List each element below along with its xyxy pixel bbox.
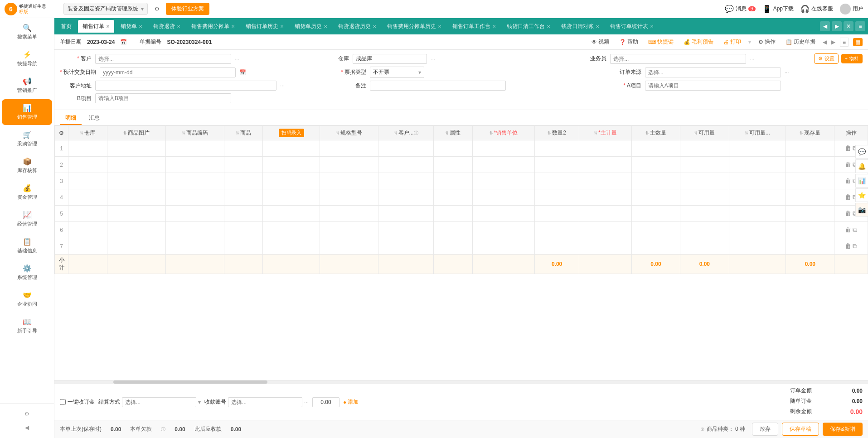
tab-prev-btn[interactable]: ◀ (820, 21, 830, 31)
copy-row-icon[interactable]: ⧉ (853, 242, 857, 250)
tab-close-all-btn[interactable]: ✕ (844, 21, 853, 31)
tab-menu-btn[interactable]: ≡ (855, 21, 865, 31)
right-panel-chat[interactable]: 💬 (855, 145, 868, 159)
b-project-input[interactable] (95, 93, 231, 103)
sidebar-item-4[interactable]: 🛒采购管理 (2, 126, 52, 152)
salesperson-more-btn[interactable]: ··· (750, 56, 754, 62)
sidebar-item-0[interactable]: 🔍搜索菜单 (2, 19, 52, 45)
save-draft-btn[interactable]: 保存草稿 (782, 423, 819, 436)
th-settings[interactable]: ⚙ (55, 126, 68, 140)
user-menu[interactable]: 用户 (840, 4, 863, 14)
delivery-label: 预计交货日期 (60, 68, 96, 76)
nav-next-btn[interactable]: ▶ (831, 39, 835, 45)
sidebar-item-5[interactable]: 📦库存核算 (2, 153, 52, 178)
sidebar-item-1[interactable]: ⚡快捷导航 (2, 46, 52, 72)
one-click-settle-checkbox[interactable] (60, 399, 66, 405)
history-doc-btn[interactable]: 📋 历史单据 (783, 37, 818, 47)
payment-dropdown-icon[interactable]: ▾ (198, 399, 201, 405)
industry-btn[interactable]: 体验行业方案 (166, 3, 209, 15)
sidebar-item-11[interactable]: 📖新手引导 (2, 313, 52, 339)
right-panel-chart[interactable]: 📊 (855, 174, 868, 188)
horizontal-scrollbar[interactable] (54, 380, 868, 384)
right-floating-panel: 💬 🔔 📊 ⭐ 📷 (855, 145, 868, 217)
account-more-btn[interactable]: ··· (304, 399, 309, 405)
settings-icon[interactable]: ⚙ (151, 4, 162, 14)
system-select[interactable]: 装备及固定资产辅助管理系统 ▾ (63, 3, 148, 15)
warehouse-input[interactable] (353, 54, 427, 64)
sidebar-collapse[interactable]: ◀ (0, 421, 54, 434)
right-panel-bell[interactable]: 🔔 (855, 159, 868, 173)
th-unit: ⇅*销售单位 (472, 126, 535, 140)
delete-row-icon[interactable]: 🗑 (845, 242, 851, 250)
sidebar-toggle[interactable]: ⚙ (0, 407, 54, 421)
list-view-btn[interactable]: ≡ (840, 38, 849, 47)
save-new-btn[interactable]: 保存&新增 (823, 423, 863, 436)
sidebar-item-7[interactable]: 📈经营管理 (2, 206, 52, 232)
print-btn[interactable]: 🖨 打印 (721, 37, 744, 47)
customer-more-btn[interactable]: ··· (235, 56, 239, 62)
profit-preview-btn[interactable]: 💰 毛利预告 (681, 37, 716, 47)
tab-item-6[interactable]: 销货单历史✕ (290, 20, 332, 33)
address-more-btn[interactable]: ··· (280, 82, 285, 89)
delete-row-icon[interactable]: 🗑 (845, 210, 851, 217)
order-source-input[interactable] (645, 67, 781, 77)
sidebar-item-2[interactable]: 📢营销推广 (2, 72, 52, 98)
right-panel-star[interactable]: ⭐ (855, 188, 868, 202)
tab-next-btn[interactable]: ▶ (832, 21, 842, 31)
invoice-select[interactable]: 不开票 ▾ (370, 67, 424, 78)
discard-btn[interactable]: 放弃 (752, 423, 778, 436)
operations-btn[interactable]: ⚙ 操作 (756, 37, 778, 47)
sidebar-item-9[interactable]: ⚙️系统管理 (2, 260, 52, 285)
tab-item-5[interactable]: 销售订单历史✕ (241, 20, 288, 33)
tab-item-10[interactable]: 钱货日清工作台✕ (502, 20, 555, 33)
sidebar-item-8[interactable]: 📋基础信息 (2, 233, 52, 259)
nav-prev-btn[interactable]: ◀ (823, 39, 827, 45)
salesperson-input[interactable] (610, 54, 746, 64)
warehouse-more-btn[interactable]: ··· (431, 56, 435, 62)
add-product-btn[interactable]: + 物料 (841, 54, 863, 63)
delete-row-icon[interactable]: 🗑 (845, 193, 851, 201)
delete-row-icon[interactable]: 🗑 (845, 226, 851, 233)
right-panel-camera[interactable]: 📷 (855, 203, 868, 217)
delivery-input[interactable] (100, 67, 236, 77)
notification-bell[interactable]: 💬 消息 9 (725, 5, 756, 13)
app-download[interactable]: 📱 App下载 (762, 5, 794, 13)
tab-item-4[interactable]: 销售费用分摊单✕ (187, 20, 239, 33)
help-btn[interactable]: ❓ 帮助 (616, 37, 641, 47)
customer-input[interactable] (95, 54, 231, 64)
scan-btn[interactable]: 扫码录入 (279, 129, 304, 137)
shortcut-btn[interactable]: ⌨ 快捷键 (645, 37, 676, 47)
account-input[interactable] (228, 397, 302, 407)
tab-item-7[interactable]: 销货退货历史✕ (334, 20, 381, 33)
one-click-settle-label[interactable]: 一键收订金 (60, 398, 95, 406)
payment-method-input[interactable] (122, 397, 196, 407)
sidebar-item-3[interactable]: 📊销售管理 (2, 99, 52, 125)
tab-item-2[interactable]: 销货单✕ (116, 20, 147, 33)
delete-row-icon[interactable]: 🗑 (845, 177, 851, 184)
tab-item-9[interactable]: 销售订单工作台✕ (448, 20, 500, 33)
tab-item-3[interactable]: 销货退货✕ (149, 20, 185, 33)
sidebar-item-6[interactable]: 💰资金管理 (2, 179, 52, 205)
order-source-more-btn[interactable]: ··· (785, 69, 789, 76)
add-payment-btn[interactable]: ● 添加 (343, 398, 359, 406)
remark-input[interactable] (370, 81, 506, 91)
tab-detail[interactable]: 明细 (60, 112, 82, 125)
delete-row-icon[interactable]: 🗑 (845, 161, 851, 168)
a-project-input[interactable] (645, 81, 781, 91)
card-view-btn[interactable]: ▦ (853, 38, 863, 46)
online-service[interactable]: 🎧 在线客服 (800, 5, 833, 13)
tab-item-12[interactable]: 销售订单统计表✕ (606, 20, 658, 33)
tab-item-8[interactable]: 销售费用分摊单历史✕ (383, 20, 446, 33)
date-picker-icon[interactable]: 📅 (120, 39, 127, 45)
tab-summary[interactable]: 汇总 (83, 112, 105, 125)
tab-item-11[interactable]: 钱货日清对账✕ (557, 20, 604, 33)
delete-row-icon[interactable]: 🗑 (845, 144, 851, 152)
delivery-calendar-icon[interactable]: 📅 (239, 69, 246, 76)
sidebar-item-10[interactable]: 🤝企业协同 (2, 286, 52, 312)
video-btn[interactable]: 👁 视频 (589, 37, 612, 47)
tab-item-0[interactable]: 首页 (56, 20, 76, 33)
setup-btn[interactable]: ⚙ 设置 (814, 53, 838, 64)
tab-item-1[interactable]: 销售订单✕ (78, 20, 114, 33)
copy-row-icon[interactable]: ⧉ (853, 226, 857, 233)
address-input[interactable] (95, 81, 276, 91)
